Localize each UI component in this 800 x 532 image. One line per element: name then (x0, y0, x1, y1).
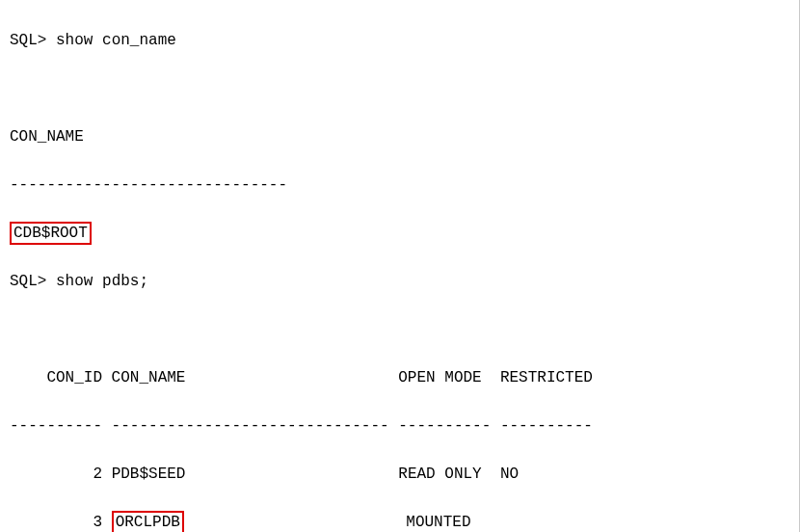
pdb-name-seed: PDB$SEED (112, 466, 186, 483)
highlight-cdb-root: CDB$ROOT (10, 222, 92, 245)
cmd-show-con-name-1: show con_name (56, 32, 176, 49)
pdb-row-rest: READ ONLY NO (185, 466, 519, 483)
result-line-root: CDB$ROOT (10, 222, 790, 246)
cmd-show-pdbs: show pdbs; (56, 273, 148, 290)
highlight-orclpdb-row: ORCLPDB (112, 511, 184, 532)
terminal-output: SQL> show con_name CON_NAME ------------… (0, 0, 800, 532)
pdb-row: 3 ORCLPDB MOUNTED (10, 511, 790, 532)
dashes-1: ------------------------------ (10, 173, 790, 198)
sql-prompt-line: SQL> show pdbs; (10, 270, 790, 294)
pdb-row-pre: 3 (10, 514, 112, 531)
pdb-row-pre: 2 (10, 466, 112, 483)
sql-prompt: SQL> (10, 273, 56, 290)
blank-line (10, 77, 790, 101)
pdb-row: 2 PDB$SEED READ ONLY NO (10, 463, 790, 487)
sql-prompt: SQL> (10, 32, 56, 49)
blank-line (10, 318, 790, 342)
pdb-row-rest: MOUNTED (184, 514, 471, 531)
pdbs-dashes: ---------- -----------------------------… (10, 414, 790, 439)
column-header-con-name-1: CON_NAME (10, 125, 790, 149)
sql-prompt-line: SQL> show con_name (10, 29, 790, 53)
pdbs-header: CON_ID CON_NAME OPEN MODE RESTRICTED (10, 366, 790, 390)
